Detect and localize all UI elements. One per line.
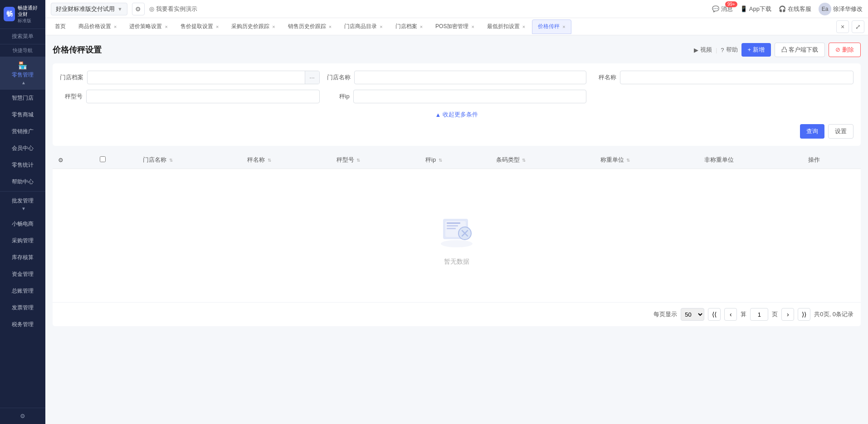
delete-button[interactable]: ⊘ 删除 [829, 43, 861, 57]
sidebar-item-marketing[interactable]: 营销推广 [0, 123, 45, 140]
filter-row-2: 秤型号 秤ip [60, 90, 853, 103]
tab-close-icon[interactable]: × [562, 24, 565, 29]
store-profile-input-wrap: ··· [87, 71, 320, 84]
online-service-btn[interactable]: 🎧 在线客服 [779, 5, 811, 13]
sidebar-item-help-center[interactable]: 帮助中心 [0, 173, 45, 190]
tab-home[interactable]: 首页 [49, 19, 72, 34]
sidebar-settings-btn[interactable]: ⚙ [0, 408, 45, 424]
sidebar-item-label: 帮助中心 [12, 178, 34, 186]
tab-purchase-strategy[interactable]: 进价策略设置 × [123, 19, 173, 34]
logo-icon: 畅 [4, 7, 15, 21]
maximize-tab-btn[interactable]: ⤢ [852, 20, 864, 33]
sort-icon: ⇅ [626, 158, 630, 163]
video-link[interactable]: ▶ 视频 [694, 46, 712, 54]
col-barcode-type[interactable]: 条码类型 ⇅ [491, 151, 595, 169]
data-table: ⚙ 门店名称 ⇅ 秤名称 ⇅ 秤型号 ⇅ 秤ip ⇅ 条码类型 ⇅ 称重单位 ⇅… [53, 151, 861, 169]
sidebar-item-wholesale-mgmt[interactable]: 批发管理 ▼ [0, 193, 45, 216]
tab-min-discount[interactable]: 最低折扣设置 × [481, 19, 531, 34]
tabbar: 首页 商品价格设置 × 进价策略设置 × 售价提取设置 × 采购历史价跟踪 × … [45, 18, 868, 35]
sidebar-item-smart-store[interactable]: 智慧门店 [0, 90, 45, 106]
sidebar-item-general-ledger[interactable]: 总账管理 [0, 283, 45, 299]
message-btn[interactable]: 💬 消息 99+ [712, 5, 733, 13]
search-menu-label[interactable]: 搜索菜单 [12, 33, 34, 39]
sidebar-item-retail-stats[interactable]: 零售统计 [0, 157, 45, 173]
filter-row-1: 门店档案 ··· 门店名称 秤名称 [60, 71, 853, 84]
tabbar-actions: × ⤢ [836, 20, 864, 33]
store-name-input[interactable] [354, 71, 587, 84]
avatar: Ea [819, 3, 831, 15]
add-button[interactable]: + 新增 [741, 43, 771, 57]
tab-price-setting[interactable]: 商品价格设置 × [73, 19, 122, 34]
per-page-select[interactable]: 10 20 50 100 [681, 308, 704, 321]
prev-page-btn[interactable]: ‹ [724, 308, 737, 321]
sidebar-search[interactable]: 搜索菜单 [0, 29, 45, 44]
tab-store-catalog[interactable]: 门店商品目录 × [338, 19, 388, 34]
topbar-gear-btn[interactable]: ⚙ [132, 3, 145, 15]
query-button[interactable]: 查询 [800, 124, 824, 139]
select-all-checkbox[interactable] [100, 156, 106, 162]
first-page-btn[interactable]: ⟨⟨ [708, 308, 721, 321]
tab-close-icon[interactable]: × [114, 24, 117, 29]
tab-close-icon[interactable]: × [380, 24, 382, 29]
empty-text: 暂无数据 [444, 258, 469, 266]
col-non-weight-unit: 非称重单位 [699, 151, 802, 169]
tab-store-profile[interactable]: 门店档案 × [390, 19, 429, 34]
sidebar-item-inventory[interactable]: 库存核算 [0, 249, 45, 266]
user-profile-btn[interactable]: Ea 徐泽华修改 [819, 3, 863, 15]
col-scale-name[interactable]: 秤名称 ⇅ [242, 151, 331, 169]
download-button[interactable]: 凸 客户端下载 [775, 43, 825, 57]
content-area: 价格传秤设置 ▶ 视频 | ? 帮助 + 新增 凸 客户端下载 ⊘ 删除 [45, 35, 868, 424]
app-download-btn[interactable]: 📱 App下载 [740, 5, 771, 13]
col-checkbox[interactable] [94, 151, 137, 169]
sidebar-item-tax[interactable]: 税务管理 [0, 316, 45, 333]
gear-icon: ⚙ [20, 413, 25, 419]
tab-price-scale[interactable]: 价格传秤 × [532, 19, 571, 34]
sidebar-item-invoice[interactable]: 发票管理 [0, 299, 45, 316]
filter-store-profile: 门店档案 ··· [60, 71, 320, 84]
sidebar-item-member[interactable]: 会员中心 [0, 140, 45, 157]
sidebar-item-xiaochange[interactable]: 小畅电商 [0, 216, 45, 232]
scale-model-input[interactable] [86, 90, 320, 103]
store-profile-input[interactable] [88, 74, 305, 81]
sidebar-item-label: 营销推广 [12, 128, 34, 135]
last-page-btn[interactable]: ⟩⟩ [798, 308, 810, 321]
demo-link[interactable]: ◎ 我要看实例演示 [149, 5, 197, 13]
sidebar-item-finance[interactable]: 资金管理 [0, 266, 45, 283]
dots-btn[interactable]: ··· [305, 71, 319, 84]
empty-icon [434, 205, 479, 251]
topbar-right: 💬 消息 99+ 📱 App下载 🎧 在线客服 Ea 徐泽华修改 [712, 3, 863, 15]
col-settings[interactable]: ⚙ [53, 151, 94, 169]
tab-close-icon[interactable]: × [329, 24, 332, 29]
tab-close-icon[interactable]: × [216, 24, 219, 29]
retail-mgmt-icon: 🏪 [18, 61, 27, 70]
tab-purchase-history[interactable]: 采购历史价跟踪 × [225, 19, 281, 34]
product-selector[interactable]: 好业财标准版交付试用 ▼ [51, 3, 127, 15]
close-tab-btn[interactable]: × [836, 20, 849, 33]
set-button[interactable]: 设置 [828, 124, 853, 139]
sidebar: 畅 畅捷通好业财 标准版 搜索菜单 快捷导航 🏪 零售管理 ▲ 智慧门店 零售商… [0, 0, 45, 424]
scale-name-input[interactable] [620, 71, 853, 84]
tab-sale-history[interactable]: 销售历史价跟踪 × [282, 19, 337, 34]
help-link[interactable]: ? 帮助 [721, 46, 737, 54]
sidebar-item-purchase-mgmt[interactable]: 采购管理 [0, 232, 45, 249]
collapse-btn[interactable]: ▲ 收起更多条件 [60, 109, 853, 120]
col-weight-unit[interactable]: 称重单位 ⇅ [595, 151, 699, 169]
tab-close-icon[interactable]: × [272, 24, 275, 29]
col-scale-ip[interactable]: 秤ip ⇅ [420, 151, 491, 169]
tab-close-icon[interactable]: × [522, 24, 525, 29]
tab-pos-mgmt[interactable]: POS加密管理 × [429, 19, 480, 34]
table-wrap: ⚙ 门店名称 ⇅ 秤名称 ⇅ 秤型号 ⇅ 秤ip ⇅ 条码类型 ⇅ 称重单位 ⇅… [53, 151, 861, 169]
col-scale-model[interactable]: 秤型号 ⇅ [331, 151, 420, 169]
scale-ip-input[interactable] [353, 90, 587, 103]
logo-text-block: 畅捷通好业财 标准版 [18, 5, 42, 24]
col-store-name[interactable]: 门店名称 ⇅ [137, 151, 242, 169]
tab-close-icon[interactable]: × [165, 24, 167, 29]
sidebar-item-retail-mall[interactable]: 零售商城 [0, 106, 45, 123]
page-input[interactable] [750, 308, 768, 321]
sidebar-item-retail-mgmt[interactable]: 🏪 零售管理 ▲ [0, 57, 45, 90]
next-page-btn[interactable]: › [781, 308, 794, 321]
svg-rect-4 [447, 225, 458, 226]
tab-close-icon[interactable]: × [471, 24, 474, 29]
tab-close-icon[interactable]: × [420, 24, 423, 29]
tab-sale-price[interactable]: 售价提取设置 × [175, 19, 224, 34]
